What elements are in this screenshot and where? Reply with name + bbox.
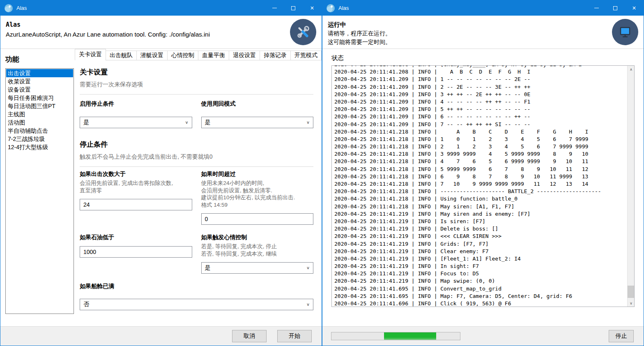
log-line: 2020-04-25 20:11:41.209 | INFO | 2 -- 2E… (334, 83, 627, 91)
log-clip: 2020-04-25 20:11:41.208 | INFO | [enemy_… (332, 66, 627, 307)
settings-tab[interactable]: 潜艇设置 (136, 51, 168, 60)
scrollbar-thumb[interactable] (628, 286, 635, 298)
run-status-line: 这可能将需要一定时间。 (328, 39, 638, 46)
runner-window: Alas × 运行中 请稍等，程序正在运行。 这可能将需要一定时间。 状态 20… (322, 0, 644, 346)
settings-tab[interactable]: 开荒模式 (290, 51, 322, 60)
monitor-icon (617, 24, 633, 40)
sidebar-item[interactable]: 主线图 (6, 110, 73, 118)
minimize-button[interactable] (587, 0, 606, 16)
status-label: 状态 (331, 54, 635, 62)
settings-tabstrip: 关卡设置出击舰队潜艇设置心情控制血量平衡退役设置掉落记录开荒模式 (75, 49, 322, 60)
log-line: 2020-04-25 20:11:41.219 | INFO | Map swi… (334, 277, 627, 285)
time-over-input[interactable] (201, 213, 314, 225)
run-footer: 停止 (322, 326, 644, 346)
log-line: 2020-04-25 20:11:41.218 | INFO | 7 10 9 … (334, 180, 627, 188)
log-viewer[interactable]: 2020-04-25 20:11:41.208 | INFO | [enemy_… (331, 65, 635, 307)
select-value: 是 (205, 119, 211, 126)
settings-tab[interactable]: 血量平衡 (198, 51, 229, 60)
field-label: 启用停止条件 (80, 99, 192, 108)
close-icon: × (632, 5, 636, 12)
minimize-icon (272, 8, 277, 8)
field-label: 使用周回模式 (201, 99, 314, 108)
enable-stop-select[interactable]: 是 ∨ (80, 117, 192, 128)
sidebar-item[interactable]: 半自动辅助点击 (6, 127, 73, 135)
function-sidebar: 功能 出击设置收菜设置设备设置每日任务困难演习每日活动图三倍PT主线图活动图半自… (0, 49, 75, 326)
log-line: 2020-04-25 20:11:41.218 | INFO | 1 0 1 2… (334, 136, 627, 143)
settings-footer: 取消 开始 (0, 326, 322, 346)
log-line: 2020-04-25 20:11:41.219 | INFO | Is sire… (334, 218, 627, 225)
field-label: 如果触发心情控制 (201, 233, 314, 241)
emotion-trigger-select[interactable]: 是 ∨ (201, 262, 314, 274)
cancel-button[interactable]: 取消 (232, 330, 267, 342)
close-button[interactable]: × (303, 0, 322, 16)
sidebar-item[interactable]: 活动图 (6, 118, 73, 127)
log-line: 2020-04-25 20:11:41.219 | INFO | In sigh… (334, 263, 627, 270)
log-line: 2020-04-25 20:11:41.218 | INFO | May sir… (334, 203, 627, 210)
settings-window: Alas × Alas AzurLaneAutoScript, An Azur … (0, 0, 322, 346)
maximize-button[interactable] (284, 0, 303, 16)
select-value: 否 (83, 301, 89, 308)
sidebar-item[interactable]: 设备设置 (6, 85, 73, 94)
minimize-button[interactable] (265, 0, 284, 16)
alas-logo-icon (327, 4, 335, 12)
chevron-down-icon: ∨ (306, 302, 310, 307)
monitor-badge (612, 19, 638, 45)
run-header: 运行中 请稍等，程序正在运行。 这可能将需要一定时间。 (322, 16, 644, 49)
maximize-button[interactable] (606, 0, 625, 16)
run-status-title: 运行中 (328, 21, 638, 29)
window-title: Alas (338, 5, 349, 11)
settings-tab[interactable]: 退役设置 (229, 51, 260, 60)
function-listbox[interactable]: 出击设置收菜设置设备设置每日任务困难演习每日活动图三倍PT主线图活动图半自动辅助… (5, 68, 74, 314)
log-line: 2020-04-25 20:11:41.209 | INFO | 3 ++ ++… (334, 91, 627, 98)
field-label: 如果出击次数大于 (80, 170, 192, 178)
section-desc: 需要运行一次来保存选项 (80, 81, 313, 88)
scroll-down-icon[interactable]: ∨ (628, 300, 635, 307)
titlebar: Alas × (0, 0, 322, 16)
log-line: 2020-04-25 20:11:41.209 | INFO | 6 -- --… (334, 113, 627, 120)
stop-button[interactable]: 停止 (609, 330, 634, 342)
app-subtitle: AzurLaneAutoScript, An Azur Lane automat… (6, 31, 316, 38)
dock-full-select[interactable]: 否 ∨ (80, 299, 313, 310)
log-line: 2020-04-25 20:11:41.209 | INFO | 1 -- --… (334, 76, 627, 83)
status-pane: 状态 2020-04-25 20:11:41.208 | INFO | [ene… (322, 49, 644, 326)
attack-count-input[interactable] (80, 199, 192, 210)
log-line: 2020-04-25 20:11:41.695 | INFO | Map: F7… (334, 293, 627, 300)
select-value: 是 (83, 119, 89, 126)
settings-tab[interactable]: 心情控制 (167, 51, 198, 60)
window-title: Alas (16, 5, 27, 11)
log-line: 2020-04-25 20:11:41.219 | INFO | Focus t… (334, 270, 627, 277)
scroll-up-icon[interactable]: ∧ (628, 66, 635, 73)
log-line: 2020-04-25 20:11:41.209 | INFO | 7 -- --… (334, 121, 627, 128)
sidebar-item[interactable]: 出击设置 (6, 69, 73, 77)
log-line: 2020-04-25 20:11:41.696 | INFO | Click (… (334, 300, 627, 307)
log-line: 2020-04-25 20:11:41.209 | INFO | 5 ++ ++… (334, 106, 627, 113)
log-line: 2020-04-25 20:11:41.219 | INFO | Delete … (334, 225, 627, 233)
settings-tab[interactable]: 掉落记录 (260, 51, 291, 60)
chevron-down-icon: ∨ (185, 120, 188, 125)
sidebar-item[interactable]: 12-4打大型练级 (6, 143, 73, 151)
sidebar-item[interactable]: 每日活动图三倍PT (6, 102, 73, 110)
settings-tab[interactable]: 出击舰队 (106, 51, 137, 60)
log-scrollbar[interactable]: ∧ ∨ (627, 66, 634, 307)
field-desc: 会沿用先前设置, 完成出击将扣除次数, 直至清零 (80, 180, 192, 194)
log-line: 2020-04-25 20:11:41.218 | INFO | 6 9 8 7… (334, 173, 627, 180)
log-line: 2020-04-25 20:11:41.218 | INFO | Using f… (334, 195, 627, 203)
log-line: 2020-04-25 20:11:41.219 | INFO | <<< CLE… (334, 233, 627, 240)
sidebar-item[interactable]: 7-2三战拣垃圾 (6, 135, 73, 143)
alas-logo-icon (5, 4, 13, 12)
loop-mode-select[interactable]: 是 ∨ (201, 117, 314, 128)
oil-below-input[interactable] (80, 246, 192, 258)
titlebar: Alas × (322, 0, 644, 16)
close-button[interactable]: × (625, 0, 644, 16)
sidebar-item[interactable]: 收菜设置 (6, 77, 73, 85)
log-line: 2020-04-25 20:11:41.218 | INFO | 4 7 6 5… (334, 158, 627, 165)
sidebar-item[interactable]: 每日任务困难演习 (6, 94, 73, 102)
settings-tab[interactable]: 关卡设置 (75, 49, 106, 60)
log-line: 2020-04-25 20:11:41.208 | INFO | A B C D… (334, 68, 627, 76)
log-line: 2020-04-25 20:11:41.219 | INFO | [Fleet_… (334, 255, 627, 263)
log-line: 2020-04-25 20:11:41.219 | INFO | Clear e… (334, 248, 627, 255)
field-label: 如果船舱已满 (80, 282, 313, 290)
wrench-screwdriver-icon (295, 24, 311, 40)
log-lines: 2020-04-25 20:11:41.208 | INFO | [enemy_… (332, 66, 627, 307)
start-button[interactable]: 开始 (277, 330, 312, 342)
